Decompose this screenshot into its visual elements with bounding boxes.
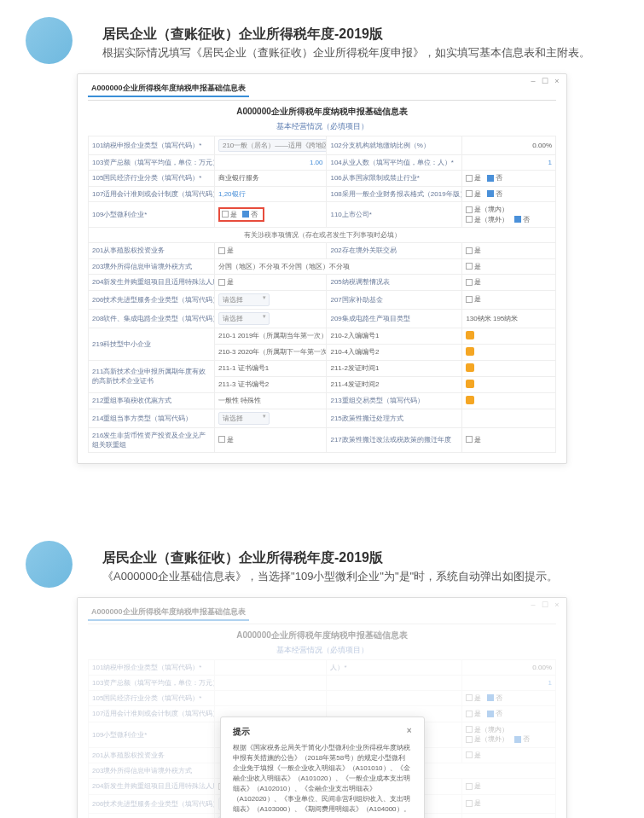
maximize-icon[interactable]: ☐ <box>541 77 549 85</box>
slide-2: 居民企业（查账征收）企业所得税年度-2019版 《A000000企业基础信息表》… <box>0 524 644 819</box>
table-row: 212重组事项税收优惠方式 一般性 特殊性 213重组交易类型（填写代码） <box>89 392 556 409</box>
table-row: 103资产总额（填写平均值，单位：万元）* 1.00 104从业人数（填写平均值… <box>89 155 556 171</box>
page-title: 居民企业（查账征收）企业所得税年度-2019版 <box>102 549 644 567</box>
value-209[interactable]: 130钠米 195纳米 <box>462 309 556 328</box>
value-105[interactable]: 商业银行服务 <box>214 171 327 187</box>
form-table: 101纳税申报企业类型（填写代码）* 210一般（居名）——适用《跨地区经营汇 … <box>88 136 556 453</box>
panel-title: A000000企业所得税年度纳税申报基础信息表 <box>88 106 556 118</box>
value-103[interactable]: 1.00 <box>214 155 327 171</box>
panel-subtitle: 基本经营情况（必填项目） <box>88 121 556 132</box>
table-row: 109小型微利企业* 是 否 110上市公司* 是（境内） 是（境外） 否 <box>89 202 556 228</box>
warning-icon <box>466 380 474 388</box>
modal-body: 根据《国家税务总局关于简化小型微利企业所得税年度纳税申报有关措施的公告》（201… <box>233 743 412 815</box>
section-row: 有关涉税事项情况（存在或者发生下列事项时必填） <box>89 228 556 243</box>
radio-108[interactable]: 是 否 <box>462 186 556 202</box>
table-row: 203境外所得信息申请境外税方式 分国（地区）不分项 不分国（地区）不分项 是 <box>89 258 556 275</box>
select-101: 210一般（居名）——适用《跨地区经营汇 × <box>218 139 327 152</box>
app-window-2: – ☐ × A000000企业所得税年度纳税申报基础信息表 A000000企业所… <box>77 597 567 819</box>
table-row: 107适用会计准则或会计制度（填写代码）* 1,20银行 108采用一般企业财务… <box>89 186 556 202</box>
select-206: 请选择 <box>218 293 270 306</box>
value-104[interactable]: 1 <box>462 155 556 171</box>
select-214: 请选择 <box>218 412 270 425</box>
page-title: 居民企业（查账征收）企业所得税年度-2019版 <box>102 26 644 44</box>
tab-active[interactable]: A000000企业所得税年度纳税申报基础信息表 <box>88 81 249 97</box>
table-row: 105国民经济行业分类（填写代码）* 商业银行服务 106从事国家限制或禁止行业… <box>89 171 556 187</box>
page-subtitle: 根据实际情况填写《居民企业（查账征收）企业所得税年度申报》，如实填写基本信息表和… <box>102 45 644 61</box>
slide-1: 居民企业（查账征收）企业所得税年度-2019版 根据实际情况填写《居民企业（查账… <box>0 0 644 498</box>
warning-icon <box>466 331 474 339</box>
warning-icon <box>466 347 474 356</box>
select-208: 请选择 <box>218 312 270 325</box>
header: 居民企业（查账征收）企业所得税年度-2019版 根据实际情况填写《居民企业（查账… <box>102 17 644 61</box>
table-row: 219科技型中小企业 210-1 2019年（所属期当年第一次）入编编号1 21… <box>89 328 556 344</box>
modal-close-icon[interactable]: × <box>407 726 412 735</box>
radio-106[interactable]: 是 否 <box>462 171 556 187</box>
table-row: 216发生非货币性资产投资及企业兑产组关联重组 是 217政策性搬迁改法或税政策… <box>89 427 556 452</box>
radio-110[interactable]: 是（境内） 是（境外） 否 <box>462 202 556 228</box>
table-row: 101纳税申报企业类型（填写代码）* 210一般（居名）——适用《跨地区经营汇 … <box>89 136 556 155</box>
header: 居民企业（查账征收）企业所得税年度-2019版 《A000000企业基础信息表》… <box>102 541 644 584</box>
radio-109[interactable]: 是 否 <box>214 202 327 228</box>
decor-circle <box>26 541 73 588</box>
close-icon[interactable]: × <box>553 77 561 85</box>
warning-icon <box>466 396 474 404</box>
window-controls: – ☐ × <box>529 77 561 85</box>
value-102: 0.00% <box>462 136 556 155</box>
highlight-109: 是 否 <box>218 207 264 223</box>
tab-strip: A000000企业所得税年度纳税申报基础信息表 <box>88 81 556 101</box>
modal-overlay: 提示 × 根据《国家税务总局关于简化小型微利企业所得税年度纳税申报有关措施的公告… <box>78 598 566 819</box>
table-row: 214重组当事方类型（填写代码） 请选择 215政策性搬迁处理方式 <box>89 409 556 427</box>
warning-icon <box>466 363 474 372</box>
modal-title: 提示 × <box>233 726 412 738</box>
modal-dialog: 提示 × 根据《国家税务总局关于简化小型微利企业所得税年度纳税申报有关措施的公告… <box>220 716 425 819</box>
table-row: 204新发生并购重组项目且适用特殊法人所得人 是 205纳税调整情况表 是 <box>89 275 556 291</box>
minimize-icon[interactable]: – <box>529 77 537 85</box>
table-row: 206技术先进型服务企业类型（填写代码） 请选择 207国家补助基金 是 <box>89 290 556 309</box>
table-row: 201从事殖股权投资业务 是 202存在境外关联交易 是 <box>89 243 556 259</box>
page-subtitle: 《A000000企业基础信息表》，当选择"109小型微利企业"为"是"时，系统自… <box>102 569 644 584</box>
decor-circle <box>26 17 73 64</box>
app-window-1: – ☐ × A000000企业所得税年度纳税申报基础信息表 A000000企业所… <box>77 73 567 464</box>
table-row: 208软件、集成电路企业类型（填写代码） 请选择 209集成电路生产项目类型 1… <box>89 309 556 328</box>
table-row: 211高新技术企业申报所属期年度有效的高新技术企业证书 211-1 证书编号1 … <box>89 360 556 376</box>
value-107[interactable]: 1,20银行 <box>214 186 327 202</box>
